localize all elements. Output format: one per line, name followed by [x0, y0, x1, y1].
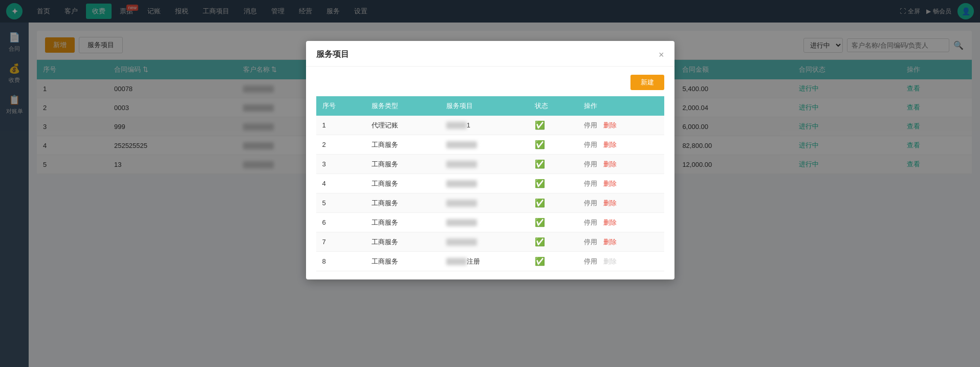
modal-table-scroll[interactable]: 序号 服务类型 服务项目 状态 操作 1 代理记账 1 ✅ 停用 删除 2 工商… [316, 96, 664, 271]
modal-cell-status: ✅ [529, 213, 578, 232]
modal-table: 序号 服务类型 服务项目 状态 操作 1 代理记账 1 ✅ 停用 删除 2 工商… [316, 96, 664, 271]
modal-new-button[interactable]: 新建 [630, 75, 664, 90]
modal-cell-item [440, 174, 529, 193]
modal-cell-type: 工商服务 [365, 252, 440, 271]
modal-cell-item [440, 155, 529, 174]
modal-cell-item [440, 213, 529, 232]
modal-cell-seq: 7 [316, 232, 365, 252]
modal-cell-seq: 1 [316, 116, 365, 135]
modal-cell-action: 停用 删除 [578, 174, 664, 193]
modal-col-seq: 序号 [316, 96, 365, 116]
modal-cell-action: 停用 删除 [578, 252, 664, 271]
modal-close-button[interactable]: × [659, 50, 664, 59]
modal-cell-status: ✅ [529, 116, 578, 135]
delete-button[interactable]: 删除 [603, 121, 617, 129]
modal-cell-action: 停用 删除 [578, 232, 664, 252]
modal-title: 服务项目 [316, 49, 349, 60]
delete-button: 删除 [603, 257, 617, 265]
modal-cell-action: 停用 删除 [578, 193, 664, 213]
delete-button[interactable]: 删除 [603, 141, 617, 148]
modal-cell-type: 工商服务 [365, 174, 440, 193]
list-item: 1 代理记账 1 ✅ 停用 删除 [316, 116, 664, 135]
modal-col-status: 状态 [529, 96, 578, 116]
modal-cell-action: 停用 删除 [578, 155, 664, 174]
list-item: 6 工商服务 ✅ 停用 删除 [316, 213, 664, 232]
modal-cell-seq: 2 [316, 135, 365, 155]
modal-cell-status: ✅ [529, 232, 578, 252]
modal-cell-item: 注册 [440, 252, 529, 271]
modal-body: 新建 序号 服务类型 服务项目 状态 操作 1 代理记账 1 ✅ [306, 67, 674, 279]
delete-button[interactable]: 删除 [603, 238, 617, 246]
modal-cell-seq: 6 [316, 213, 365, 232]
modal-overlay[interactable]: 服务项目 × 新建 序号 服务类型 服务项目 状态 操作 [0, 0, 980, 367]
stop-button[interactable]: 停用 [584, 121, 597, 129]
modal-cell-item: 1 [440, 116, 529, 135]
modal-cell-status: ✅ [529, 174, 578, 193]
modal-cell-seq: 4 [316, 174, 365, 193]
list-item: 7 工商服务 ✅ 停用 删除 [316, 232, 664, 252]
modal-cell-seq: 3 [316, 155, 365, 174]
service-modal: 服务项目 × 新建 序号 服务类型 服务项目 状态 操作 [306, 41, 674, 279]
modal-cell-status: ✅ [529, 155, 578, 174]
modal-cell-item [440, 135, 529, 155]
delete-button[interactable]: 删除 [603, 160, 617, 168]
delete-button[interactable]: 删除 [603, 199, 617, 207]
modal-toolbar: 新建 [316, 75, 664, 90]
modal-cell-status: ✅ [529, 252, 578, 271]
delete-button[interactable]: 删除 [603, 180, 617, 187]
modal-col-item: 服务项目 [440, 96, 529, 116]
list-item: 8 工商服务 注册 ✅ 停用 删除 [316, 252, 664, 271]
stop-button[interactable]: 停用 [584, 199, 597, 207]
modal-cell-type: 工商服务 [365, 155, 440, 174]
modal-cell-action: 停用 删除 [578, 116, 664, 135]
modal-cell-status: ✅ [529, 193, 578, 213]
modal-header: 服务项目 × [306, 41, 674, 67]
stop-button[interactable]: 停用 [584, 160, 597, 168]
modal-cell-action: 停用 删除 [578, 135, 664, 155]
stop-button[interactable]: 停用 [584, 219, 597, 226]
modal-cell-item [440, 193, 529, 213]
modal-col-action: 操作 [578, 96, 664, 116]
modal-cell-type: 代理记账 [365, 116, 440, 135]
stop-button[interactable]: 停用 [584, 257, 597, 265]
modal-cell-status: ✅ [529, 135, 578, 155]
modal-col-type: 服务类型 [365, 96, 440, 116]
modal-cell-item [440, 232, 529, 252]
list-item: 5 工商服务 ✅ 停用 删除 [316, 193, 664, 213]
modal-cell-type: 工商服务 [365, 135, 440, 155]
list-item: 3 工商服务 ✅ 停用 删除 [316, 155, 664, 174]
modal-cell-type: 工商服务 [365, 213, 440, 232]
modal-cell-seq: 8 [316, 252, 365, 271]
modal-cell-action: 停用 删除 [578, 213, 664, 232]
modal-cell-seq: 5 [316, 193, 365, 213]
stop-button[interactable]: 停用 [584, 238, 597, 246]
list-item: 2 工商服务 ✅ 停用 删除 [316, 135, 664, 155]
modal-cell-type: 工商服务 [365, 193, 440, 213]
delete-button[interactable]: 删除 [603, 219, 617, 226]
modal-cell-type: 工商服务 [365, 232, 440, 252]
list-item: 4 工商服务 ✅ 停用 删除 [316, 174, 664, 193]
stop-button[interactable]: 停用 [584, 180, 597, 187]
stop-button[interactable]: 停用 [584, 141, 597, 148]
